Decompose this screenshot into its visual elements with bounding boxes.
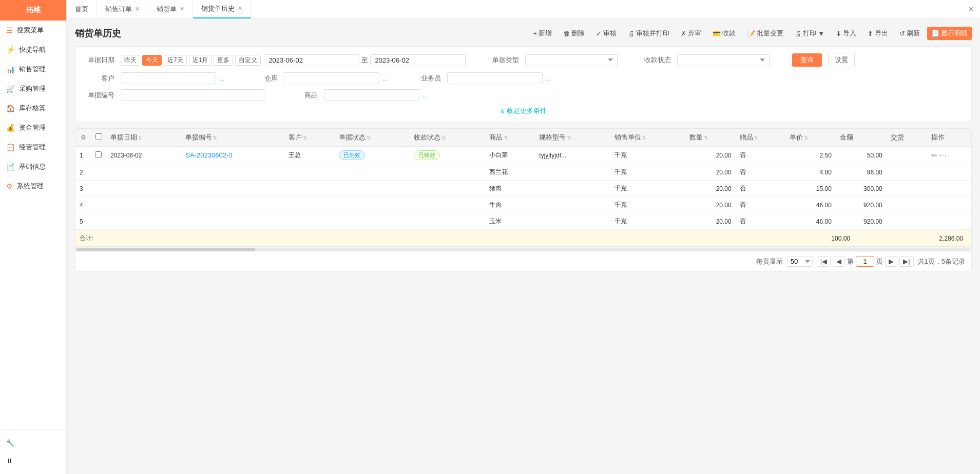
sidebar-item-ops[interactable]: 📋 经营管理: [0, 137, 66, 157]
table-row: 1 2023-06-02 SA-20230602-0 王总 已生效 已收款 小白…: [75, 147, 971, 164]
select-all-checkbox[interactable]: [95, 133, 102, 140]
horizontal-scrollbar[interactable]: [75, 246, 971, 251]
sidebar-item-basic-info[interactable]: 📄 基础信息: [0, 157, 66, 176]
tab-bar-close-all[interactable]: ✕: [968, 5, 980, 13]
tab-sales-order-close[interactable]: ✕: [135, 6, 140, 12]
tab-home[interactable]: 首页: [67, 0, 97, 18]
sidebar-item-label: 快捷导航: [19, 45, 46, 54]
sort-icon-gift[interactable]: ⇅: [754, 135, 758, 141]
sidebar-bottom: 🔧 ⏸: [0, 429, 66, 474]
delete-button[interactable]: 🗑 删除: [559, 27, 589, 40]
export-icon: ⬆: [868, 30, 873, 37]
shortcut-custom[interactable]: 自定义: [235, 55, 261, 66]
doc-type-select[interactable]: [525, 54, 618, 66]
col-settings[interactable]: ⚙: [75, 129, 91, 147]
row-doc-no: [181, 164, 284, 181]
quick-nav-icon: ⚡: [6, 46, 15, 54]
sidebar-item-inventory[interactable]: 🏠 库存核算: [0, 98, 66, 118]
sidebar-item-sys-mgmt[interactable]: ⚙ 系统管理: [0, 176, 66, 196]
collect-button[interactable]: 💳 收款: [708, 27, 740, 40]
last-page-btn[interactable]: ▶|: [899, 256, 913, 267]
sidebar-bottom-btn2[interactable]: ⏸: [0, 452, 66, 470]
first-page-btn[interactable]: |◀: [817, 256, 831, 267]
sort-icon-qty[interactable]: ⇅: [704, 135, 708, 141]
export-button[interactable]: ⬆ 导出: [863, 27, 892, 40]
sidebar-item-sales[interactable]: 📊 销售管理: [0, 60, 66, 79]
show-detail-button[interactable]: 📃 显示明细: [927, 27, 972, 40]
more-icon[interactable]: ⋯: [939, 151, 947, 160]
warehouse-label: 仓库: [247, 74, 278, 83]
audit-print-button[interactable]: 🖨 审核并打印: [624, 27, 674, 40]
shortcut-1month[interactable]: 近1月: [189, 55, 212, 66]
product-picker[interactable]: ...: [422, 92, 428, 99]
date-to-input[interactable]: [370, 54, 466, 66]
row-product: 西兰花: [485, 164, 535, 181]
warehouse-input[interactable]: [284, 72, 379, 84]
row-unit: 千克: [610, 164, 685, 181]
row-select-checkbox[interactable]: [95, 151, 102, 158]
page-header: 销货单历史 + 新增 🗑 删除 ✓ 审核 🖨 审核并打印: [75, 27, 972, 40]
refresh-button[interactable]: ↺ 刷新: [895, 27, 924, 40]
doc-no-link[interactable]: SA-20230602-0: [185, 151, 232, 159]
tab-sales-order[interactable]: 销售订单 ✕: [97, 0, 148, 18]
sort-icon-customer[interactable]: ⇅: [303, 135, 307, 141]
row-checkbox: [91, 213, 106, 230]
sidebar-item-purchase[interactable]: 🛒 采购管理: [0, 79, 66, 98]
shortcut-more[interactable]: 更多: [214, 55, 233, 66]
sort-icon-unit[interactable]: ⇅: [642, 135, 646, 141]
payment-status-label: 收款状态: [640, 55, 671, 65]
settings-button[interactable]: 设置: [828, 53, 855, 67]
warehouse-picker[interactable]: ...: [382, 75, 388, 82]
audit-button[interactable]: ✓ 审核: [592, 27, 621, 40]
sidebar-item-quick-nav[interactable]: ⚡ 快捷导航: [0, 40, 66, 60]
shortcut-today[interactable]: 今天: [142, 55, 162, 66]
payment-status-select[interactable]: [677, 54, 770, 66]
sort-icon-spec[interactable]: ⇅: [567, 135, 571, 141]
sidebar-item-search-menu[interactable]: ☰ 搜索菜单: [0, 21, 66, 40]
sort-icon-product[interactable]: ⇅: [504, 135, 508, 141]
sort-icon-payment-status[interactable]: ⇅: [441, 135, 446, 141]
tab-sales-delivery[interactable]: 销货单 ✕: [148, 0, 193, 18]
print-button[interactable]: 🖨 打印 ▼: [791, 27, 829, 40]
col-qty: 数量 ⇅: [685, 129, 736, 147]
shortcut-yesterday[interactable]: 昨天: [121, 55, 140, 66]
collapse-btn[interactable]: ∧ 收起更多条件: [500, 106, 547, 115]
row-spec: [535, 213, 610, 230]
sidebar-bottom-btn1[interactable]: 🔧: [0, 434, 66, 452]
sort-icon-doc-date[interactable]: ⇅: [138, 135, 142, 141]
tab-sales-history-close[interactable]: ✕: [238, 5, 242, 12]
tab-sales-delivery-close[interactable]: ✕: [180, 6, 184, 12]
col-checkbox: [91, 129, 106, 147]
tab-sales-history[interactable]: 销货单历史 ✕: [193, 0, 251, 18]
doc-no-input[interactable]: [121, 89, 264, 101]
page-num-input[interactable]: [856, 256, 874, 267]
prev-page-btn[interactable]: ◀: [833, 256, 845, 267]
row-no: 5: [75, 213, 91, 230]
row-qty: 20.00: [685, 147, 736, 164]
sidebar-item-finance[interactable]: 💰 资金管理: [0, 118, 66, 137]
sort-icon-doc-status[interactable]: ⇅: [367, 135, 371, 141]
date-from-input[interactable]: [264, 54, 359, 66]
col-gift: 赠品 ⇅: [736, 129, 786, 147]
query-button[interactable]: 查询: [792, 53, 822, 67]
product-input[interactable]: [324, 89, 419, 101]
next-page-btn[interactable]: ▶: [885, 256, 897, 267]
date-shortcuts: 昨天 今天 近7天 近1月 更多 自定义: [121, 55, 261, 66]
shortcut-7days[interactable]: 近7天: [164, 55, 187, 66]
sort-icon-doc-no[interactable]: ⇅: [213, 135, 217, 141]
sort-icon-price[interactable]: ⇅: [804, 135, 808, 141]
abandon-button[interactable]: ✗ 弃审: [677, 27, 705, 40]
batch-change-button[interactable]: 📝 批量变更: [743, 27, 787, 40]
main-content: 首页 销售订单 ✕ 销货单 ✕ 销货单历史 ✕ ✕ 销货单历史 + 新增: [67, 0, 980, 474]
salesperson-input[interactable]: [447, 72, 543, 84]
per-page-select[interactable]: 50 20 100: [787, 256, 813, 267]
sidebar-item-label: 经营管理: [19, 143, 46, 152]
doc-type-control: [525, 54, 618, 66]
add-button[interactable]: + 新增: [529, 27, 556, 40]
customer-picker[interactable]: ...: [219, 75, 224, 82]
customer-input[interactable]: [121, 72, 216, 84]
import-button[interactable]: ⬇ 导入: [832, 27, 860, 40]
edit-icon[interactable]: ✏: [931, 151, 937, 160]
salesperson-picker[interactable]: ...: [546, 75, 551, 82]
row-qty: 20.00: [685, 213, 736, 230]
